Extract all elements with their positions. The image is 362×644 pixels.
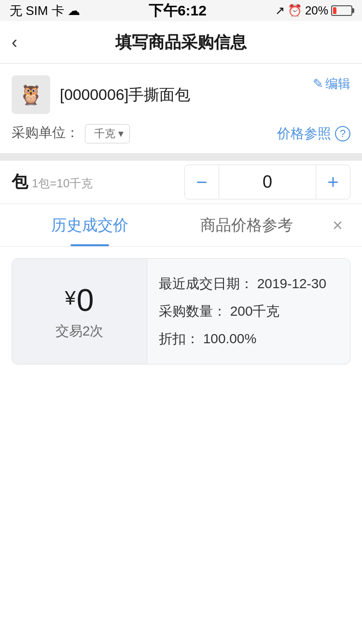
quantity-unit: 包 bbox=[12, 171, 28, 193]
product-row2: 采购单位： 千克 ▾ 价格参照 ? bbox=[12, 124, 350, 143]
unit-select[interactable]: 千克 ▾ bbox=[85, 124, 130, 143]
product-thumbnail: 🦉 bbox=[12, 75, 50, 114]
product-left: 🦉 [0000006]手撕面包 bbox=[12, 75, 190, 114]
history-card-left: ¥ 0 交易2次 bbox=[12, 259, 147, 364]
help-icon: ? bbox=[335, 126, 350, 141]
signal-text: 无 SIM 卡 ☁ bbox=[10, 2, 80, 19]
product-card: 🦉 [0000006]手撕面包 ✎ 编辑 采购单位： 千克 ▾ 价格参照 ? bbox=[0, 64, 362, 153]
product-logo-icon: 🦉 bbox=[19, 84, 43, 106]
history-card: ¥ 0 交易2次 最近成交日期： 2019-12-30 采购数量： 200千克 … bbox=[12, 258, 350, 364]
status-left: 无 SIM 卡 ☁ bbox=[10, 2, 80, 19]
quantity-plus-button[interactable]: + bbox=[316, 165, 350, 199]
battery-indicator bbox=[331, 5, 352, 16]
quantity-conversion: 1包=10千克 bbox=[32, 176, 93, 191]
tab-price-reference[interactable]: 商品价格参考 bbox=[168, 204, 324, 246]
status-time: 下午6:12 bbox=[149, 1, 207, 21]
status-bar: 无 SIM 卡 ☁ 下午6:12 ↗ ⏰ 20% bbox=[0, 0, 362, 21]
recent-date-label: 最近成交日期： bbox=[159, 276, 253, 291]
quantity-input-group: − + bbox=[184, 165, 350, 199]
trade-count: 交易2次 bbox=[56, 322, 104, 340]
discount-label: 折扣： bbox=[159, 331, 199, 346]
battery-percent: 20% bbox=[305, 4, 328, 17]
quantity-minus-button[interactable]: − bbox=[184, 165, 219, 199]
edit-button[interactable]: ✎ 编辑 bbox=[313, 75, 350, 92]
history-card-right: 最近成交日期： 2019-12-30 采购数量： 200千克 折扣： 100.0… bbox=[147, 259, 350, 364]
status-right: ↗ ⏰ 20% bbox=[275, 4, 352, 17]
tab-content: ¥ 0 交易2次 最近成交日期： 2019-12-30 采购数量： 200千克 … bbox=[0, 247, 362, 376]
unit-label: 采购单位： bbox=[12, 125, 79, 140]
page-title: 填写商品采购信息 bbox=[115, 31, 247, 54]
alarm-icon: ⏰ bbox=[288, 4, 302, 17]
unit-selector-group: 采购单位： 千克 ▾ bbox=[12, 124, 130, 143]
back-button[interactable]: ‹ bbox=[12, 32, 17, 53]
tab-underline bbox=[70, 244, 109, 246]
purchase-qty-row: 采购数量： 200千克 bbox=[159, 301, 338, 322]
discount-value: 100.00% bbox=[203, 331, 257, 346]
quantity-label: 包 1包=10千克 bbox=[12, 171, 93, 193]
purchase-qty-value: 200千克 bbox=[230, 304, 280, 319]
tab-history-price[interactable]: 历史成交价 bbox=[12, 204, 168, 246]
recent-date-value: 2019-12-30 bbox=[257, 276, 326, 291]
dropdown-arrow-icon: ▾ bbox=[118, 127, 124, 140]
discount-row: 折扣： 100.00% bbox=[159, 328, 338, 350]
price-reference-button[interactable]: 价格参照 ? bbox=[277, 125, 350, 143]
location-icon: ↗ bbox=[275, 4, 285, 17]
nav-bar: ‹ 填写商品采购信息 bbox=[0, 21, 362, 64]
product-row1: 🦉 [0000006]手撕面包 ✎ 编辑 bbox=[12, 75, 350, 114]
purchase-qty-label: 采购数量： bbox=[159, 304, 226, 319]
edit-icon: ✎ bbox=[313, 76, 323, 91]
section-divider bbox=[0, 153, 362, 161]
quantity-input[interactable] bbox=[219, 165, 316, 199]
tab-close-button[interactable]: × bbox=[325, 215, 350, 236]
product-name: [0000006]手撕面包 bbox=[60, 84, 190, 106]
price-value: 0 bbox=[77, 282, 94, 318]
quantity-row: 包 1包=10千克 − + bbox=[0, 161, 362, 203]
page-rest bbox=[0, 376, 362, 644]
tabs-row: 历史成交价 商品价格参考 × bbox=[0, 204, 362, 247]
recent-date-row: 最近成交日期： 2019-12-30 bbox=[159, 273, 338, 295]
bottom-panel: 历史成交价 商品价格参考 × ¥ 0 交易2次 最近成交日期： 2019-12-… bbox=[0, 204, 362, 376]
price-symbol: ¥ bbox=[65, 287, 76, 309]
price-display: ¥ 0 bbox=[65, 282, 94, 318]
